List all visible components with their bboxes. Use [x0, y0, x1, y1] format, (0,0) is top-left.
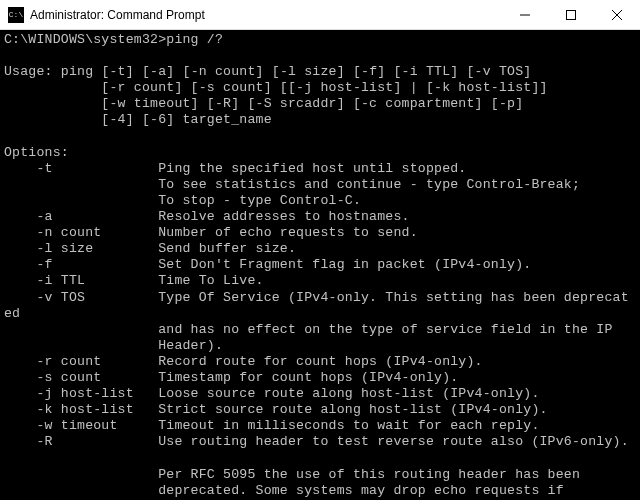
cmd-icon: C:\: [8, 7, 24, 23]
close-icon: [612, 10, 622, 20]
prompt-path: C:\WINDOWS\system32>: [4, 32, 166, 47]
window-titlebar: C:\ Administrator: Command Prompt: [0, 0, 640, 30]
options-list-cont: and has no effect on the type of service…: [4, 322, 629, 450]
terminal-output[interactable]: C:\WINDOWS\system32>ping /? Usage: ping …: [0, 30, 640, 500]
usage-block: Usage: ping [-t] [-a] [-n count] [-l siz…: [4, 64, 548, 127]
window-controls: [502, 0, 640, 29]
minimize-icon: [520, 10, 530, 20]
options-list: -t Ping the specified host until stopped…: [4, 161, 629, 305]
close-button[interactable]: [594, 0, 640, 29]
options-list-cont2: Per RFC 5095 the use of this routing hea…: [4, 467, 580, 498]
wrap-text: ed: [4, 306, 20, 321]
prompt-line: C:\WINDOWS\system32>ping /?: [4, 32, 223, 47]
prompt-command: ping /?: [166, 32, 223, 47]
minimize-button[interactable]: [502, 0, 548, 29]
maximize-button[interactable]: [548, 0, 594, 29]
window-title: Administrator: Command Prompt: [30, 8, 502, 22]
maximize-icon: [566, 10, 576, 20]
options-header: Options:: [4, 145, 69, 160]
svg-rect-1: [567, 10, 576, 19]
